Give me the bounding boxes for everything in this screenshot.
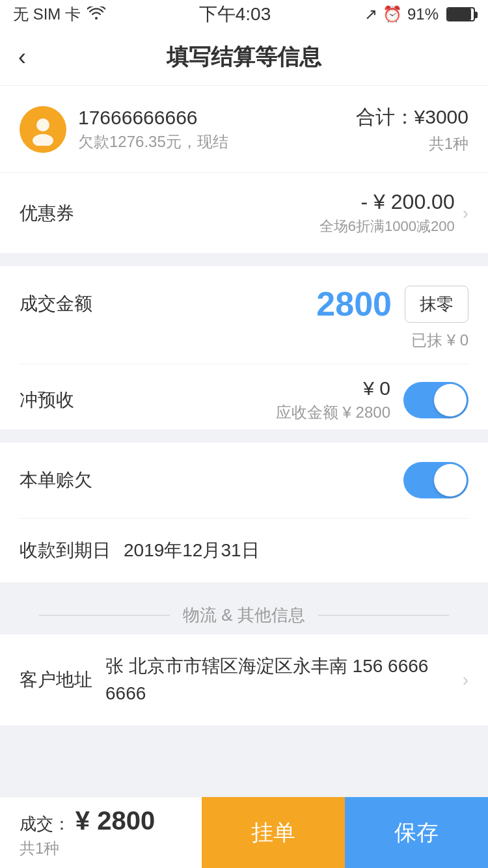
svg-point-0 — [36, 118, 49, 131]
address-row[interactable]: 客户地址 张 北京市市辖区海淀区永丰南 156 6666 6666 › — [0, 634, 488, 726]
address-value: 张 北京市市辖区海淀区永丰南 156 6666 6666 — [105, 653, 450, 707]
hang-button[interactable]: 挂单 — [202, 797, 345, 869]
coupon-label: 优惠券 — [20, 201, 74, 226]
separator-1 — [0, 253, 488, 266]
location-icon: ↗ — [364, 5, 377, 23]
round-zero-button[interactable]: 抹零 — [405, 286, 468, 323]
debt-section: 本单赊欠 收款到期日 2019年12月31日 — [0, 442, 488, 582]
prepay-right: ¥ 0 应收金额 ¥ 2800 — [276, 377, 468, 423]
total-amount: 合计：¥3000 — [356, 104, 468, 131]
svg-point-1 — [33, 134, 53, 146]
deal-right: 2800 抹零 — [316, 284, 468, 323]
coupon-right: - ¥ 200.00 全场6折满1000减200 › — [319, 190, 468, 236]
status-bar: 无 SIM 卡 下午4:03 ↗ ⏰ 91% — [0, 0, 488, 29]
footer-amount: ¥ 2800 — [75, 806, 155, 835]
separator-3 — [0, 582, 488, 595]
nav-bar: ‹ 填写结算等信息 — [0, 29, 488, 86]
status-right: ↗ ⏰ 91% — [364, 5, 475, 23]
wifi-icon — [87, 5, 105, 23]
prepay-receivable: 应收金额 ¥ 2800 — [276, 402, 390, 423]
footer-info: 成交： ¥ 2800 共1种 — [0, 806, 202, 859]
prepay-amount: ¥ 0 — [276, 377, 390, 400]
customer-phone: 17666666666 — [78, 107, 228, 129]
battery-text: 91% — [407, 5, 439, 23]
save-button[interactable]: 保存 — [345, 797, 488, 869]
prepay-label: 冲预收 — [20, 388, 74, 413]
deal-label: 成交金额 — [20, 292, 92, 316]
avatar — [20, 106, 66, 153]
footer: 成交： ¥ 2800 共1种 挂单 保存 — [0, 796, 488, 868]
chevron-right-icon: › — [463, 203, 468, 224]
deal-sub: 已抹 ¥ 0 — [20, 330, 468, 364]
coupon-desc: 全场6折满1000减200 — [319, 217, 455, 236]
duedate-label: 收款到期日 — [20, 538, 111, 563]
address-label: 客户地址 — [20, 668, 92, 692]
duedate-row: 收款到期日 2019年12月31日 — [20, 518, 468, 582]
separator-2 — [0, 429, 488, 442]
no-sim-text: 无 SIM 卡 — [13, 4, 81, 25]
deal-sub-text: 已抹 ¥ 0 — [411, 330, 468, 351]
battery-icon — [446, 7, 475, 21]
footer-deal-line: 成交： ¥ 2800 — [20, 806, 182, 835]
footer-deal-label: 成交： — [20, 814, 70, 834]
deal-section: 成交金额 2800 抹零 已抹 ¥ 0 冲预收 ¥ 0 应收金额 ¥ 2800 — [0, 266, 488, 429]
customer-card: 17666666666 欠款1276.35元，现结 合计：¥3000 共1种 — [0, 86, 488, 172]
prepay-toggle[interactable] — [403, 382, 468, 418]
prepay-value-block: ¥ 0 应收金额 ¥ 2800 — [276, 377, 390, 423]
prepay-row: 冲预收 ¥ 0 应收金额 ¥ 2800 — [20, 364, 468, 429]
coupon-value-block: - ¥ 200.00 全场6折满1000减200 — [319, 190, 455, 236]
debt-label: 本单赊欠 — [20, 468, 92, 493]
customer-info: 17666666666 欠款1276.35元，现结 — [78, 107, 228, 152]
status-time: 下午4:03 — [199, 2, 271, 27]
page-title: 填写结算等信息 — [167, 42, 321, 72]
logistics-text: 物流 & 其他信息 — [170, 604, 318, 627]
total-count: 共1种 — [356, 133, 468, 154]
alarm-icon: ⏰ — [383, 5, 402, 23]
status-left: 无 SIM 卡 — [13, 4, 105, 25]
logistics-divider: 物流 & 其他信息 — [0, 595, 488, 634]
footer-count: 共1种 — [20, 838, 182, 859]
customer-right: 合计：¥3000 共1种 — [356, 104, 468, 154]
coupon-row[interactable]: 优惠券 - ¥ 200.00 全场6折满1000减200 › — [0, 172, 488, 253]
back-button[interactable]: ‹ — [18, 44, 26, 71]
total-value: ¥3000 — [414, 106, 468, 128]
duedate-value: 2019年12月31日 — [124, 538, 260, 563]
debt-toggle-knob — [434, 464, 467, 496]
coupon-amount: - ¥ 200.00 — [319, 190, 455, 214]
debt-row: 本单赊欠 — [20, 442, 468, 518]
customer-left: 17666666666 欠款1276.35元，现结 — [20, 106, 228, 153]
address-chevron-icon: › — [463, 670, 468, 690]
customer-debt: 欠款1276.35元，现结 — [78, 131, 228, 152]
content: 17666666666 欠款1276.35元，现结 合计：¥3000 共1种 优… — [0, 86, 488, 856]
total-label: 合计： — [356, 106, 414, 128]
toggle-knob — [434, 384, 467, 416]
debt-toggle[interactable] — [403, 462, 468, 498]
deal-row: 成交金额 2800 抹零 — [20, 266, 468, 330]
deal-amount: 2800 — [316, 284, 392, 323]
